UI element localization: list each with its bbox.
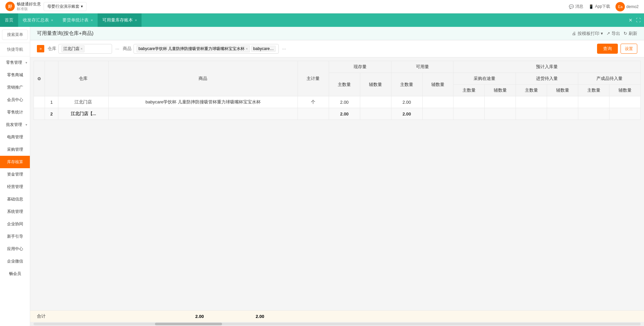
th-num xyxy=(45,61,58,96)
refresh-label: 刷新 xyxy=(629,31,637,37)
search-menu-button[interactable]: 搜索菜单 xyxy=(2,30,28,40)
td-purchase-main-1 xyxy=(453,96,485,108)
sidebar-item-member-center[interactable]: 会员中心 xyxy=(0,94,30,106)
sidebar-item-basic-info[interactable]: 基础信息 xyxy=(0,193,30,205)
table-row: 1 江北门店 babycare学饮杯 儿童防摔防撞吸管杯重力球吸嘴杯宝宝水杯 个… xyxy=(34,96,641,108)
product-filter-input[interactable]: babycare学饮杯 儿童防摔防撞吸管杯重力球吸嘴杯宝宝水杯 × babyca… xyxy=(133,44,279,54)
sidebar-item-finance[interactable]: 资金管理 xyxy=(0,168,30,181)
sidebar-item-inventory[interactable]: 库存核算 xyxy=(0,156,30,168)
td-current-aux-1 xyxy=(360,96,391,108)
tab-close-all-button[interactable]: ✕ xyxy=(629,17,633,23)
tab-receipts[interactable]: 收发存汇总表 × xyxy=(18,13,58,27)
data-table: 仓库 商品 主计量 现存量 可用量 预计入库量 主数量 辅数量 主数量 辅数量 … xyxy=(34,61,641,120)
product-tag-1: babycare学饮杯 儿童防摔防撞吸管杯重力球吸嘴杯宝宝水杯 × xyxy=(137,45,250,52)
td-current-aux-2 xyxy=(360,108,391,120)
td-purchase-main-2 xyxy=(453,108,485,120)
sidebar-item-guide[interactable]: 新手引导 xyxy=(0,230,30,243)
th-production-aux: 辅数量 xyxy=(609,85,641,96)
th-settings xyxy=(34,61,45,96)
sidebar-expand-icon-retail-mgmt xyxy=(25,61,27,64)
warehouse-filter-more[interactable]: ··· xyxy=(115,46,119,51)
tab-available-stock-close[interactable]: × xyxy=(135,18,137,22)
th-available-group: 可用量 xyxy=(391,61,453,73)
logo-sub: 标准版 xyxy=(17,6,41,11)
user-avatar-area[interactable]: Ea demo2 xyxy=(615,2,639,11)
sidebar-item-vip[interactable]: 畅会员 xyxy=(0,268,30,280)
td-available-main-1: 2.00 xyxy=(391,96,422,108)
export-icon: ↗ xyxy=(606,31,610,36)
industry-label: 母婴行业演示账套 xyxy=(47,4,79,9)
tab-available-stock[interactable]: 可用量库存账本 × xyxy=(98,13,142,27)
sidebar-item-enterprise[interactable]: 企业协同 xyxy=(0,218,30,230)
td-current-main-1: 2.00 xyxy=(329,96,360,108)
warehouse-filter-input[interactable]: 江北门店 × xyxy=(58,44,112,54)
td-production-main-1 xyxy=(578,96,609,108)
message-button[interactable]: 💬 消息 xyxy=(569,4,583,9)
th-warehouse: 仓库 xyxy=(58,61,109,96)
sidebar-item-app-center[interactable]: 应用中心 xyxy=(0,243,30,255)
td-product-2 xyxy=(108,108,298,120)
table-container: 仓库 商品 主计量 现存量 可用量 预计入库量 主数量 辅数量 主数量 辅数量 … xyxy=(30,57,644,310)
th-production-main: 主数量 xyxy=(578,85,609,96)
product-filter-more[interactable]: ··· xyxy=(282,46,286,51)
tab-receipts-label: 收发存汇总表 xyxy=(23,17,49,23)
td-num-1: 1 xyxy=(45,96,58,108)
filter-expand-button[interactable]: » xyxy=(37,45,44,52)
app-download-icon: 📱 xyxy=(589,4,594,9)
footer-current-main: 2.00 xyxy=(183,314,216,319)
td-production-aux-2 xyxy=(609,108,641,120)
td-available-aux-2 xyxy=(422,108,453,120)
print-icon: 🖨 xyxy=(572,31,576,36)
top-bar-right: 💬 消息 📱 App下载 Ea demo2 xyxy=(569,2,639,11)
sidebar-item-retail-stats[interactable]: 零售统计 xyxy=(0,106,30,119)
td-available-main-2: 2.00 xyxy=(391,108,422,120)
gear-icon[interactable] xyxy=(37,76,41,81)
sidebar-item-system[interactable]: 系统管理 xyxy=(0,205,30,218)
export-button[interactable]: ↗ 导出 xyxy=(606,31,620,37)
sidebar-item-retail-mall[interactable]: 零售商城 xyxy=(0,69,30,81)
print-button[interactable]: 🖨 按模板打印 xyxy=(572,31,603,37)
setting-button[interactable]: 设置 xyxy=(621,44,637,54)
refresh-button[interactable]: ↻ 刷新 xyxy=(624,31,637,37)
tab-order-stats-label: 要货单统计表 xyxy=(62,17,89,23)
tab-expand-button[interactable]: ⛶ xyxy=(636,17,641,23)
sidebar-item-marketing[interactable]: 营销推广 xyxy=(0,81,30,94)
td-production-aux-1 xyxy=(609,96,641,108)
sidebar-item-purchase[interactable]: 采购管理 xyxy=(0,143,30,156)
quick-nav-button[interactable]: 快捷导航 xyxy=(1,45,29,54)
table-footer: 合计 2.00 2.00 xyxy=(30,310,644,322)
product-tag-1-remove[interactable]: × xyxy=(246,47,248,51)
sidebar-item-wholesale-mgmt[interactable]: 批发管理 xyxy=(0,119,30,131)
td-warehouse-1: 江北门店 xyxy=(58,96,109,108)
sidebar-item-business[interactable]: 经营管理 xyxy=(0,181,30,193)
sidebar-quick-nav-area: 快捷导航 xyxy=(0,43,30,56)
message-label: 消息 xyxy=(575,4,583,9)
industry-selector[interactable]: 母婴行业演示账套 xyxy=(44,2,87,11)
logo-icon: 好 xyxy=(5,2,15,11)
scroll-bar-thumb[interactable] xyxy=(155,323,222,325)
filter-area: » 仓库 江北门店 × ··· 商品 babycare学饮杯 儿童防摔防撞吸管杯… xyxy=(30,40,644,57)
td-settings-2 xyxy=(34,108,45,120)
query-button[interactable]: 查询 xyxy=(597,44,618,54)
product-filter-label: 商品 xyxy=(123,46,131,52)
app-download-button[interactable]: 📱 App下载 xyxy=(589,4,610,9)
tab-order-stats[interactable]: 要货单统计表 × xyxy=(58,13,97,27)
warehouse-tag-remove[interactable]: × xyxy=(80,47,83,51)
sidebar-item-wechat[interactable]: 企业微信 xyxy=(0,255,30,268)
top-bar: 好 畅捷通好生意 标准版 母婴行业演示账套 💬 消息 📱 App下载 Ea de… xyxy=(0,0,644,13)
td-incoming-aux-1 xyxy=(547,96,578,108)
sidebar-item-ecommerce[interactable]: 电商管理 xyxy=(0,131,30,143)
page-title: 可用量查询(按仓库+商品) xyxy=(37,30,94,37)
tab-order-stats-close[interactable]: × xyxy=(91,18,93,22)
th-incoming-aux: 辅数量 xyxy=(547,85,578,96)
scroll-bar-area[interactable] xyxy=(30,322,644,326)
page-actions: 🖨 按模板打印 ↗ 导出 ↻ 刷新 xyxy=(572,31,637,37)
tab-receipts-close[interactable]: × xyxy=(51,18,53,22)
th-incoming-main: 主数量 xyxy=(516,85,547,96)
sidebar-item-retail-mgmt[interactable]: 零售管理 xyxy=(0,56,30,69)
sidebar-expand-icon-wholesale xyxy=(25,123,27,127)
tab-home[interactable]: 首页 xyxy=(0,13,18,27)
footer-values: 2.00 2.00 xyxy=(89,314,637,319)
sidebar: 搜索菜单 快捷导航 零售管理 零售商城 营销推广 会员中心 零售统计 批发管理 … xyxy=(0,27,30,326)
filter-action-buttons: 查询 设置 xyxy=(597,44,637,54)
